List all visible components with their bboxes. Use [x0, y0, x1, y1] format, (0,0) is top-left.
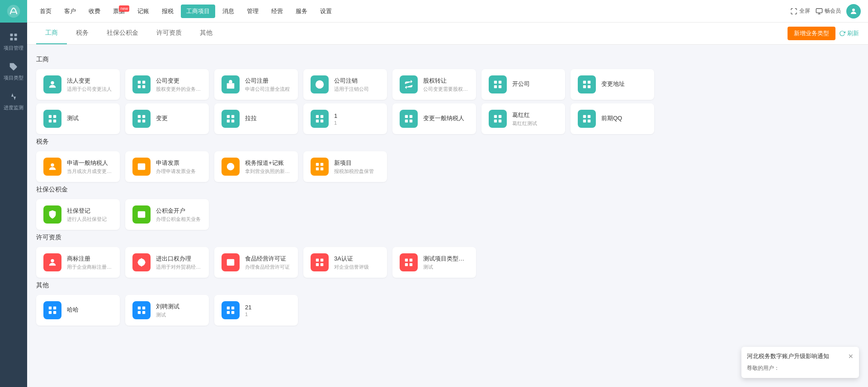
- card-icon-apply-invoice: [132, 158, 151, 176]
- new-type-button[interactable]: 新增业务类型: [788, 27, 835, 40]
- nav-service[interactable]: 服务: [290, 5, 313, 18]
- svg-rect-86: [138, 311, 141, 314]
- sidebar-item-progress-monitor[interactable]: 进度监测: [0, 86, 27, 116]
- sidebar-item-project-mgmt[interactable]: 项目管理: [0, 26, 27, 56]
- card-tax-report-accounts[interactable]: 税务报道+记账 拿到营业执照的新公司: [214, 151, 298, 182]
- sidebar-logo[interactable]: [0, 0, 27, 23]
- svg-rect-77: [410, 259, 412, 261]
- card-company-register[interactable]: 公司注册 申请公司注册全流程: [214, 69, 298, 100]
- nav-manage[interactable]: 管理: [241, 5, 264, 18]
- svg-point-67: [51, 259, 54, 262]
- nav-tax[interactable]: 报税: [156, 5, 179, 18]
- cards-grid-business2: 测试 变更: [36, 103, 859, 134]
- card-icon-change-taxpayer: [400, 110, 418, 128]
- card-equity-transfer[interactable]: 股权转让 公司变更需要股权转让: [392, 69, 476, 100]
- card-liu-pei-test[interactable]: 刘聘测试 测试: [125, 295, 209, 326]
- card-ge-honghong[interactable]: 葛红红 葛红红测试: [481, 103, 565, 134]
- svg-rect-61: [321, 163, 323, 166]
- nav-client[interactable]: 客户: [59, 5, 81, 18]
- card-desc: 当月或次月成变更完成: [67, 168, 113, 175]
- card-icon-company-change: [132, 75, 151, 93]
- svg-rect-25: [583, 85, 586, 88]
- card-change-taxpayer[interactable]: 变更一般纳税人: [392, 103, 476, 134]
- tab-license[interactable]: 许可资质: [147, 23, 191, 44]
- svg-rect-72: [316, 259, 319, 261]
- member-btn[interactable]: 畅会员: [816, 7, 841, 15]
- cards-grid-business: 法人变更 适用于公司变更法人 公司变更 股权变更外的业务变更: [36, 69, 859, 100]
- tab-tax[interactable]: 税务: [67, 23, 98, 44]
- nav-business[interactable]: 工商项目: [181, 5, 215, 18]
- svg-rect-85: [142, 307, 145, 309]
- svg-rect-41: [316, 120, 319, 122]
- tab-social[interactable]: 社保公积金: [98, 23, 147, 44]
- svg-rect-4: [14, 38, 17, 41]
- card-trademark[interactable]: 商标注册 用于企业商标注册服务: [36, 247, 120, 278]
- tab-business[interactable]: 工商: [36, 23, 67, 44]
- card-3a-cert[interactable]: 3A认证 对企业信誉评级: [303, 247, 387, 278]
- nav-home[interactable]: 首页: [34, 5, 57, 18]
- card-apply-invoice[interactable]: 申请发票 办理申请发票业务: [125, 151, 209, 182]
- notification-close-button[interactable]: ✕: [848, 353, 854, 360]
- svg-rect-23: [583, 81, 586, 84]
- card-twenty-one[interactable]: 21 1: [214, 295, 298, 326]
- card-food-license[interactable]: 食品经营许可证 办理食品经营许可证: [214, 247, 298, 278]
- avatar[interactable]: [846, 4, 861, 19]
- svg-rect-87: [142, 311, 145, 314]
- card-name: 申请一般纳税人: [67, 159, 113, 167]
- svg-rect-27: [49, 115, 52, 118]
- grid-icon: [7, 31, 20, 43]
- card-name: 哈哈: [67, 306, 113, 314]
- card-legal-change[interactable]: 法人变更 适用于公司变更法人: [36, 69, 120, 100]
- svg-rect-15: [227, 83, 235, 89]
- chart-icon: [7, 90, 20, 103]
- fullscreen-btn[interactable]: 全屏: [790, 7, 810, 15]
- card-icon-lala: [222, 110, 240, 128]
- card-icon-change-address: [578, 75, 596, 93]
- card-change[interactable]: 变更: [125, 103, 209, 134]
- card-company-change[interactable]: 公司变更 股权变更外的业务变更: [125, 69, 209, 100]
- nav-invoice[interactable]: 票据 new: [108, 5, 130, 18]
- card-test-type-def[interactable]: 测试项目类型自定义 测试: [392, 247, 476, 278]
- card-haha[interactable]: 哈哈: [36, 295, 120, 326]
- sidebar-item-project-type[interactable]: 项目类型: [0, 56, 27, 86]
- cards-grid-social: 社保登记 进行人员社保登记 公积金开户 办理公积金相关业务: [36, 199, 859, 230]
- card-name: 1: [334, 112, 380, 119]
- nav-settings[interactable]: 设置: [315, 5, 337, 18]
- svg-rect-83: [53, 311, 56, 314]
- nav-billing[interactable]: 收费: [83, 5, 106, 18]
- card-icon-company-cancel: [311, 75, 329, 93]
- card-import-export[interactable]: 进出口权办理 适用于对外贸易经营者: [125, 247, 209, 278]
- card-company-cancel[interactable]: 公司注销 适用于注销公司: [303, 69, 387, 100]
- card-test[interactable]: 测试: [36, 103, 120, 134]
- svg-point-0: [7, 5, 20, 18]
- nav-operation[interactable]: 经营: [266, 5, 288, 18]
- svg-rect-73: [321, 259, 323, 261]
- section-title-tax: 税务: [36, 138, 859, 146]
- notification-popup: 河北税务数字账户升级影响通知 ✕ 尊敬的用户：: [741, 347, 859, 378]
- card-desc: 办理食品经营许可证: [245, 264, 291, 270]
- card-one[interactable]: 1 1: [303, 103, 387, 134]
- card-lala[interactable]: 拉拉: [214, 103, 298, 134]
- svg-rect-38: [231, 120, 234, 122]
- svg-rect-39: [316, 115, 319, 118]
- sidebar: 项目管理 项目类型 进度监测: [0, 0, 27, 387]
- nav-accounts[interactable]: 记账: [132, 5, 155, 18]
- card-apply-taxpayer[interactable]: 申请一般纳税人 当月或次月成变更完成: [36, 151, 120, 182]
- card-name: 公司注销: [334, 77, 380, 85]
- svg-rect-33: [138, 120, 141, 122]
- card-open-company[interactable]: 开公司: [481, 69, 565, 100]
- card-name: 税务报道+记账: [245, 159, 291, 167]
- svg-rect-48: [499, 115, 501, 118]
- card-new-project[interactable]: 新项目 报税加税控盘保管: [303, 151, 387, 182]
- card-previous-qq[interactable]: 前期QQ: [571, 103, 654, 134]
- card-name: 3A认证: [334, 255, 380, 263]
- card-social-register[interactable]: 社保登记 进行人员社保登记: [36, 199, 120, 230]
- svg-rect-49: [494, 120, 497, 122]
- card-change-address[interactable]: 变更地址: [571, 69, 654, 100]
- card-fund-account[interactable]: 公积金开户 办理公积金相关业务: [125, 199, 209, 230]
- svg-rect-45: [405, 120, 408, 122]
- nav-message[interactable]: 消息: [217, 5, 240, 18]
- card-icon-fund-account: [132, 205, 151, 224]
- tab-other[interactable]: 其他: [191, 23, 222, 44]
- refresh-button[interactable]: 刷新: [839, 29, 859, 37]
